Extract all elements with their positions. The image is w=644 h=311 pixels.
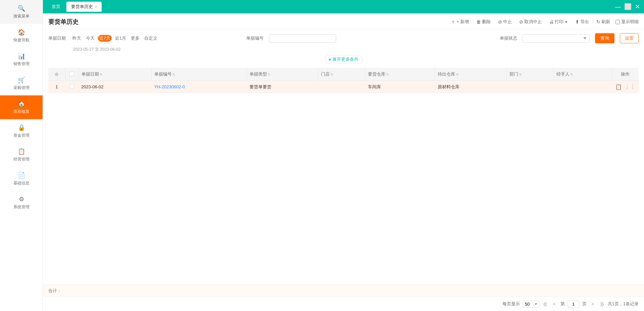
sidebar-item-system[interactable]: ⚙系统管理 [0, 191, 43, 215]
display-detail-checkbox[interactable] [615, 20, 620, 24]
row-checkbox[interactable] [69, 84, 74, 89]
row-type: 要货单要货 [247, 81, 318, 93]
settings-button[interactable]: 设置 [620, 33, 639, 43]
basic-info-icon: 📄 [18, 172, 25, 179]
tab-label: 首页 [52, 4, 60, 10]
sidebar-item-inventory[interactable]: 🏠库存核算 [0, 95, 43, 119]
row-store [318, 81, 365, 93]
row-req-warehouse: 车间库 [365, 81, 435, 93]
minimize-icon[interactable]: — [615, 3, 621, 10]
filter-area: 单据日期 昨天今天近7天近1月更多自定义 单据编号 单据状态 查询 设置 202… [43, 29, 644, 68]
table-row: 1 2023-06-02 YH-20230602-0 要货单要货 车间库 原材料… [48, 81, 639, 93]
row-order-no: YH-20230602-0 [151, 81, 247, 93]
page-title: 要货单历史 [48, 18, 78, 26]
sidebar-item-label: 经营管理 [13, 157, 30, 162]
table-container: ⚙ 单据日期⇅ 单据编号⇅ 单据类型⇅ [43, 68, 644, 285]
col-header-order-no: 单据编号⇅ [151, 68, 247, 81]
order-number-label: 单据编号 [246, 35, 264, 41]
sidebar: 🔍搜索菜单🏠快捷导航📊销售管理🛒采购管理🏠库存核算🔒资金管理📋经营管理📄基础信息… [0, 0, 43, 311]
status-select[interactable] [523, 34, 590, 43]
date-shortcuts: 昨天今天近7天近1月更多自定义 [71, 35, 159, 42]
sidebar-item-label: 搜索菜单 [13, 13, 30, 19]
col-header-action: 操作 [612, 68, 639, 81]
col-header-req-warehouse: 要货仓库⇅ [365, 68, 435, 81]
display-detail-toggle[interactable]: 显示明细 [615, 19, 639, 25]
sort-req-warehouse-icon[interactable]: ⇅ [386, 73, 389, 76]
cancel-stop-icon: ⊘ [519, 19, 523, 25]
prev-page-button[interactable]: ＜ [551, 300, 558, 308]
sidebar-item-label: 系统管理 [13, 204, 30, 210]
row-pending-warehouse: 原材料仓库 [435, 81, 506, 93]
sort-store-icon[interactable]: ⇅ [330, 73, 333, 76]
restore-icon[interactable]: ⬜ [624, 3, 632, 10]
sidebar-item-label: 库存核算 [13, 109, 30, 115]
row-edit-icon[interactable]: 📋 [615, 84, 622, 90]
tab-home[interactable]: 首页 [47, 2, 65, 12]
sort-handler-icon[interactable]: ⇅ [570, 73, 573, 76]
per-page-select[interactable]: 50 10 20 100 [523, 301, 539, 308]
page-header: 要货单历史 ＋ + 新增 🗑 删除 ⊘ 中止 ⊘ 取消中止 [43, 13, 644, 29]
row-handler [553, 81, 612, 93]
first-page-button[interactable]: ⟨⟨ [542, 301, 548, 307]
sort-date-icon[interactable]: ⇅ [100, 73, 102, 76]
sidebar-item-search[interactable]: 🔍搜索菜单 [0, 0, 43, 24]
export-button[interactable]: ⬆ 导出 [573, 17, 591, 26]
row-action-cell: 📋 ⋮⋮ [612, 81, 639, 93]
delete-icon: 🗑 [476, 19, 481, 25]
next-page-button[interactable]: ＞ [589, 300, 596, 308]
sidebar-item-operations[interactable]: 📋经营管理 [0, 143, 43, 167]
table-settings-icon[interactable]: ⚙ [48, 68, 65, 81]
new-icon: ＋ [451, 19, 455, 25]
sort-order-no-icon[interactable]: ⇅ [172, 73, 175, 76]
tab-close-icon[interactable]: × [95, 5, 97, 9]
per-page-label: 每页显示 [502, 301, 520, 307]
col-header-department: 部门⇅ [506, 68, 553, 81]
print-button[interactable]: 🖨 打印 ▼ [547, 17, 570, 26]
order-no-link[interactable]: YH-20230602-0 [154, 84, 185, 89]
print-icon: 🖨 [549, 19, 554, 25]
tab-label: 要货单历史 [71, 4, 93, 10]
toolbar: ＋ + 新增 🗑 删除 ⊘ 中止 ⊘ 取消中止 🖨 打印 [449, 17, 639, 26]
row-more-icon[interactable]: ⋮⋮ [625, 84, 635, 90]
purchase-icon: 🛒 [18, 76, 25, 84]
date-shortcut-更多[interactable]: 更多 [129, 35, 141, 42]
select-all-checkbox[interactable] [69, 72, 74, 76]
close-window-icon[interactable]: ✕ [635, 3, 640, 10]
col-header-handler: 经手人⇅ [553, 68, 612, 81]
system-icon: ⚙ [19, 195, 24, 203]
expand-more-area: ▾ 展开更多条件 [48, 55, 639, 64]
filter-row-1: 单据日期 昨天今天近7天近1月更多自定义 单据编号 单据状态 查询 设置 [48, 33, 639, 43]
tab-history[interactable]: 要货单历史× [66, 2, 102, 12]
sidebar-item-finance[interactable]: 🔒资金管理 [0, 119, 43, 143]
sidebar-item-purchase[interactable]: 🛒采购管理 [0, 72, 43, 95]
date-shortcut-自定义[interactable]: 自定义 [143, 35, 159, 42]
sort-pending-warehouse-icon[interactable]: ⇅ [456, 73, 459, 76]
date-shortcut-今天[interactable]: 今天 [85, 35, 96, 42]
sort-type-icon[interactable]: ⇅ [268, 73, 270, 76]
row-checkbox-cell [65, 81, 78, 93]
table-footer: 合计： [43, 285, 644, 297]
delete-button[interactable]: 🗑 删除 [474, 17, 493, 26]
sidebar-item-quick-nav[interactable]: 🏠快捷导航 [0, 24, 43, 48]
date-shortcut-近1月[interactable]: 近1月 [114, 35, 127, 42]
new-button[interactable]: ＋ + 新增 [449, 17, 471, 26]
filter-row-date-range: 2023-05-27 至 2023-06-02 [48, 46, 639, 52]
refresh-button[interactable]: ↻ 刷新 [594, 17, 612, 26]
sidebar-item-sales[interactable]: 📊销售管理 [0, 48, 43, 72]
order-number-input[interactable] [269, 34, 336, 43]
query-button[interactable]: 查询 [595, 33, 614, 43]
top-bar: 首页要货单历史× — ⬜ ✕ [43, 0, 644, 13]
cancel-stop-button[interactable]: ⊘ 取消中止 [517, 17, 544, 26]
last-page-button[interactable]: ⟩⟩ [599, 301, 605, 307]
date-shortcut-近7天[interactable]: 近7天 [98, 35, 112, 42]
col-header-store: 门店⇅ [318, 68, 365, 81]
sidebar-item-basic-info[interactable]: 📄基础信息 [0, 167, 43, 191]
page-input[interactable] [568, 301, 580, 308]
main-area: 首页要货单历史× — ⬜ ✕ 要货单历史 ＋ + 新增 🗑 删除 ⊘ 中止 [43, 0, 644, 311]
quick-nav-icon: 🏠 [18, 29, 25, 36]
stop-button[interactable]: ⊘ 中止 [496, 17, 514, 26]
date-shortcut-昨天[interactable]: 昨天 [71, 35, 83, 42]
col-header-type: 单据类型⇅ [247, 68, 318, 81]
sort-department-icon[interactable]: ⇅ [519, 73, 522, 76]
expand-more-button[interactable]: ▾ 展开更多条件 [325, 55, 362, 64]
